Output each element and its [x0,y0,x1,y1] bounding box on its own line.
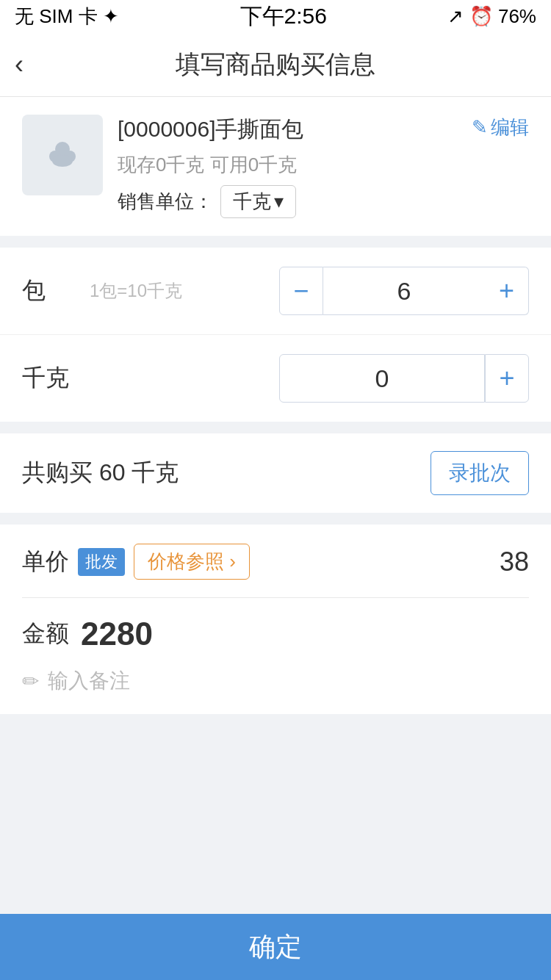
quantity-section: 包 1包=10千克 − + 千克 + [0,248,551,422]
price-value: 38 [500,547,529,577]
edit-label: 编辑 [491,115,529,140]
back-button[interactable]: ‹ [15,49,24,80]
status-carrier: 无 SIM 卡 ✦ [15,4,119,29]
unit-label: 销售单位： [118,189,213,215]
dropdown-icon: ▾ [274,190,284,213]
amount-value: 2280 [81,616,153,652]
price-ref-button[interactable]: 价格参照 › [134,544,250,580]
total-summary-text: 共购买 60 千克 [22,457,179,489]
price-label: 单价 [22,546,69,578]
package-input[interactable] [323,267,485,315]
note-row[interactable]: ✏ 输入备注 [22,667,529,695]
product-card: [0000006]手撕面包 ✎ 编辑 现存0千克 可用0千克 销售单位： 千克 … [0,97,551,236]
product-thumbnail-icon [40,133,84,177]
kg-label: 千克 [22,362,81,394]
price-tag: 批发 [78,548,125,576]
price-section: 单价 批发 价格参照 › 38 金额 2280 ✏ 输入备注 [0,525,551,714]
kg-input[interactable] [279,354,485,403]
confirm-button[interactable]: 确定 [0,914,551,980]
kg-controls: + [279,354,529,403]
status-time: 下午2:56 [240,1,327,32]
unit-select[interactable]: 千克 ▾ [220,185,296,218]
package-sublabel: 1包=10千克 [90,279,182,303]
batch-button[interactable]: 录批次 [431,451,529,495]
edit-button[interactable]: ✎ 编辑 [472,115,529,140]
divider [22,597,529,598]
note-icon: ✏ [22,669,39,693]
svg-point-3 [52,155,73,167]
summary-row: 共购买 60 千克 录批次 [0,433,551,513]
package-row: 包 1包=10千克 − + [0,248,551,335]
page-title: 填写商品购买信息 [176,48,375,82]
package-minus-button[interactable]: − [279,267,323,315]
package-controls: − + [279,267,529,315]
unit-value: 千克 [233,189,271,215]
product-image [22,115,103,195]
status-right: ↗ ⏰ 76% [447,5,536,28]
edit-icon: ✎ [472,116,488,139]
note-placeholder: 输入备注 [48,667,130,695]
product-info: [0000006]手撕面包 ✎ 编辑 现存0千克 可用0千克 销售单位： 千克 … [118,115,529,218]
price-left: 单价 批发 价格参照 › [22,544,250,580]
product-unit-row: 销售单位： 千克 ▾ [118,185,529,218]
status-bar: 无 SIM 卡 ✦ 下午2:56 ↗ ⏰ 76% [0,0,551,32]
package-plus-button[interactable]: + [485,267,529,315]
product-name: [0000006]手撕面包 [118,115,303,145]
kg-plus-button[interactable]: + [485,354,529,403]
product-stock: 现存0千克 可用0千克 [118,152,529,178]
kg-row: 千克 + [0,335,551,422]
amount-label: 金额 [22,618,69,650]
nav-bar: ‹ 填写商品购买信息 [0,32,551,97]
price-row: 单价 批发 价格参照 › 38 [22,544,529,580]
package-label: 包 [22,275,81,307]
amount-row: 金额 2280 [22,616,529,652]
